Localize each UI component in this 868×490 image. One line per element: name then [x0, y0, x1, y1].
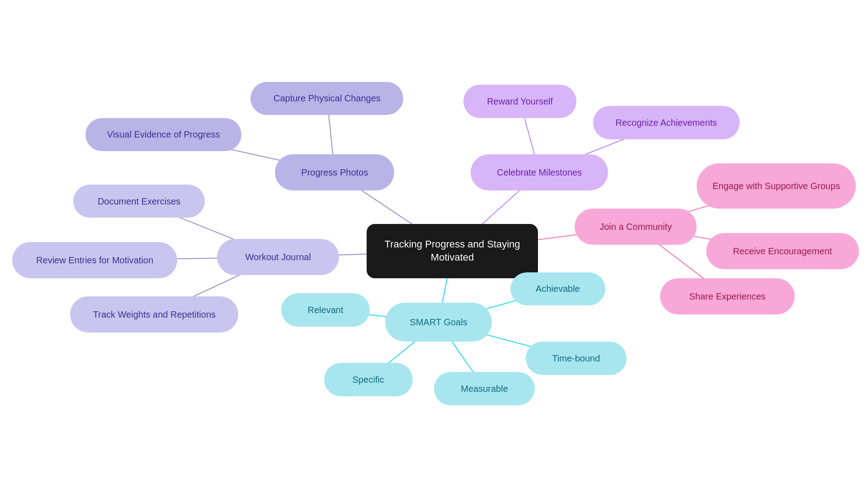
node-join_community: Join a Community	[575, 209, 697, 245]
node-specific: Specific	[324, 363, 413, 396]
node-progress_photos: Progress Photos	[275, 154, 394, 190]
node-capture_physical: Capture Physical Changes	[250, 82, 403, 115]
node-center: Tracking Progress and Staying Motivated	[367, 224, 538, 278]
node-track_weights: Track Weights and Repetitions	[70, 296, 238, 333]
node-receive_encouragement: Receive Encouragement	[706, 233, 859, 269]
node-achievable: Achievable	[510, 272, 605, 306]
node-time_bound: Time-bound	[526, 342, 627, 375]
node-celebrate_milestones: Celebrate Milestones	[471, 154, 608, 190]
node-review_entries: Review Entries for Motivation	[12, 242, 177, 278]
node-share_experiences: Share Experiences	[660, 278, 794, 314]
node-engage_groups: Engage with Supportive Groups	[697, 163, 856, 209]
node-measurable: Measurable	[434, 372, 535, 405]
node-document_exercises: Document Exercises	[73, 185, 205, 218]
node-visual_evidence: Visual Evidence of Progress	[85, 118, 241, 152]
node-workout_journal: Workout Journal	[217, 239, 339, 275]
mindmap-container: Tracking Progress and Staying MotivatedW…	[0, 0, 868, 490]
node-relevant: Relevant	[281, 293, 370, 327]
node-smart_goals: SMART Goals	[385, 303, 492, 342]
node-reward_yourself: Reward Yourself	[463, 85, 576, 118]
node-recognize_achievements: Recognize Achievements	[593, 106, 740, 139]
